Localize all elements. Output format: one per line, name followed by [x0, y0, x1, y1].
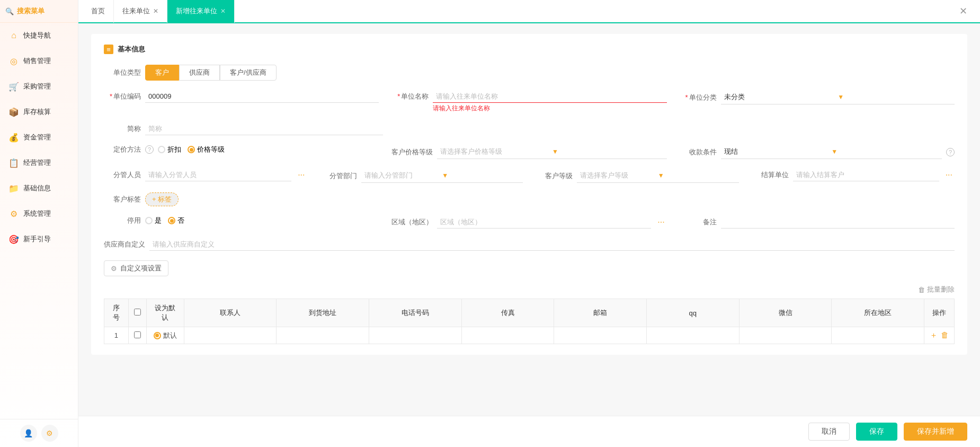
settlement-input[interactable]: [793, 169, 939, 181]
add-row-icon[interactable]: ＋: [930, 330, 938, 340]
pricing-radio-discount[interactable]: 折扣: [158, 145, 181, 154]
disable-no-label: 否: [177, 216, 184, 225]
add-tag-button[interactable]: + 标签: [145, 192, 179, 206]
col-wechat: 微信: [739, 299, 832, 327]
region-input[interactable]: [437, 216, 651, 229]
sidebar-item-finance[interactable]: 💰 资金管理: [0, 125, 78, 150]
type-btn-both[interactable]: 客户/供应商: [220, 65, 277, 81]
customer-price-placeholder: 请选择客户价格等级: [440, 147, 552, 156]
search-icon: 🔍: [5, 7, 14, 15]
tab-home[interactable]: 首页: [83, 0, 114, 23]
abbr-row: 简称: [104, 122, 955, 135]
col-checkbox[interactable]: [128, 299, 146, 327]
cancel-button[interactable]: 取消: [808, 423, 850, 441]
customer-level-select[interactable]: 请选择客户等级 ▼: [577, 169, 739, 183]
gear-icon: ⚙: [111, 265, 117, 273]
batch-delete-button[interactable]: 🗑 批量删除: [918, 285, 955, 294]
abbr-input[interactable]: [145, 122, 383, 135]
sidebar-item-system[interactable]: ⚙ 系统管理: [0, 201, 78, 226]
tab-counterpart[interactable]: 往来单位 ✕: [114, 0, 167, 23]
table-header: 序号 设为默认 联系人 到货地址 电话号码 传真 邮箱 qq 微信: [104, 299, 955, 327]
sidebar-search[interactable]: 🔍 搜索菜单: [0, 0, 78, 23]
sidebar-item-inventory[interactable]: 📦 库存核算: [0, 99, 78, 125]
sidebar-settings-icon[interactable]: ⚙: [41, 425, 58, 442]
type-btn-supplier[interactable]: 供应商: [179, 65, 220, 81]
col-action: 操作: [924, 299, 954, 327]
contact-input[interactable]: [190, 331, 271, 339]
tabbar: 首页 往来单位 ✕ 新增往来单位 ✕ ✕: [78, 0, 980, 23]
row-default-radio[interactable]: 默认: [152, 331, 179, 340]
window-close-button[interactable]: ✕: [951, 5, 976, 17]
disable-no-radio[interactable]: 否: [168, 216, 184, 225]
disable-yes-radio[interactable]: 是: [145, 216, 162, 225]
sidebar-item-label: 资金管理: [23, 133, 51, 142]
tab-new-counterpart-close[interactable]: ✕: [220, 7, 226, 15]
pricing-radio-level[interactable]: 价格等级: [188, 145, 225, 154]
area-input[interactable]: [837, 331, 919, 339]
manager-input[interactable]: [145, 169, 291, 181]
footer: 取消 保存 保存并新增: [78, 416, 980, 447]
pricing-discount-label: 折扣: [167, 145, 181, 154]
sidebar-item-beginner[interactable]: 🎯 新手引导: [0, 226, 78, 252]
row-checkbox[interactable]: [128, 327, 146, 344]
sidebar-user-icon[interactable]: 👤: [20, 425, 37, 442]
row-phone[interactable]: [369, 327, 462, 344]
payment-terms-select[interactable]: 现结 ▼: [721, 145, 942, 159]
unit-name-field: 单位名称: [391, 90, 666, 103]
pricing-row: 定价方法 ? 折扣 价格等级 客户价格等级: [104, 145, 955, 159]
tab-new-counterpart[interactable]: 新增往来单位 ✕: [167, 0, 235, 23]
tab-new-counterpart-label: 新增往来单位: [176, 6, 217, 16]
address-input[interactable]: [282, 331, 363, 339]
region-field: 区域（地区） ···: [391, 216, 666, 229]
payment-help-icon[interactable]: ?: [946, 148, 955, 156]
unit-code-input[interactable]: [145, 90, 379, 103]
dept-select[interactable]: 请输入分管部门 ▼: [361, 169, 523, 183]
pricing-help-icon[interactable]: ?: [145, 145, 154, 154]
row-wechat[interactable]: [739, 327, 832, 344]
row-area[interactable]: [832, 327, 924, 344]
sidebar-item-basic-info[interactable]: 📁 基础信息: [0, 176, 78, 201]
row-select-checkbox[interactable]: [134, 331, 141, 338]
col-address: 到货地址: [277, 299, 369, 327]
sidebar-item-operations[interactable]: 📋 经营管理: [0, 150, 78, 176]
phone-input[interactable]: [375, 331, 456, 339]
manager-more-btn[interactable]: ···: [296, 170, 307, 180]
delete-row-icon[interactable]: 🗑: [941, 330, 949, 340]
table-container: ⚙ 自定义项设置 🗑 批量删除 序号: [104, 260, 955, 344]
tab-counterpart-close[interactable]: ✕: [153, 7, 158, 15]
row-address[interactable]: [277, 327, 369, 344]
section-title: ≡ 基本信息: [104, 45, 955, 54]
sidebar-item-purchase[interactable]: 🛒 采购管理: [0, 74, 78, 99]
row-contact[interactable]: [184, 327, 277, 344]
save-new-button[interactable]: 保存并新增: [904, 423, 967, 441]
type-btn-customer[interactable]: 客户: [145, 65, 179, 81]
supplier-custom-input[interactable]: [149, 238, 955, 251]
sidebar-item-quick-nav[interactable]: ⌂ 快捷导航: [0, 23, 78, 48]
sidebar-item-sales[interactable]: ◎ 销售管理: [0, 48, 78, 74]
unit-name-input[interactable]: [433, 90, 666, 103]
pricing-radio-group: 折扣 价格等级: [158, 145, 225, 154]
region-more-btn[interactable]: ···: [655, 217, 666, 227]
row-email[interactable]: [554, 327, 647, 344]
sales-icon: ◎: [8, 56, 19, 66]
customer-price-label: 客户价格等级: [391, 147, 433, 157]
unit-category-select[interactable]: 未分类 ▼: [721, 90, 955, 104]
customer-price-select[interactable]: 请选择客户价格等级 ▼: [437, 145, 666, 159]
row-fax[interactable]: [461, 327, 554, 344]
basic-info-icon: 📁: [8, 183, 19, 194]
payment-terms-label: 收款条件: [680, 147, 717, 157]
row-qq[interactable]: [646, 327, 739, 344]
qq-input[interactable]: [652, 331, 734, 339]
save-button[interactable]: 保存: [856, 423, 897, 441]
select-all-checkbox[interactable]: [134, 309, 141, 315]
settlement-more-btn[interactable]: ···: [943, 170, 955, 180]
custom-settings-button[interactable]: ⚙ 自定义项设置: [104, 260, 168, 276]
remark-input[interactable]: [721, 216, 955, 229]
row-action-icons: ＋ 🗑: [930, 330, 949, 340]
system-icon: ⚙: [8, 208, 19, 219]
customer-level-placeholder: 请选择客户等级: [580, 171, 658, 180]
wechat-input[interactable]: [745, 331, 826, 339]
pricing-level-circle: [188, 146, 195, 153]
email-input[interactable]: [559, 331, 641, 339]
fax-input[interactable]: [467, 331, 549, 339]
